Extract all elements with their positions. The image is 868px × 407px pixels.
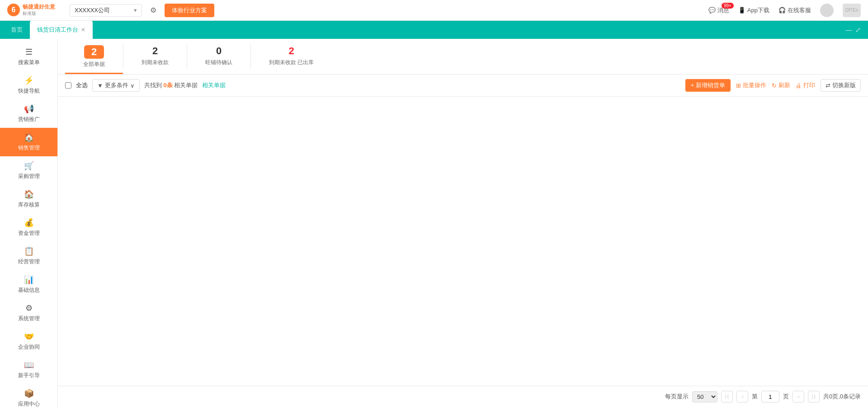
first-page-button[interactable]: ⟨⟨ xyxy=(721,391,733,402)
app-download-button[interactable]: 📱 App下载 xyxy=(738,6,769,14)
sidebar-label-sales: 销售管理 xyxy=(18,144,40,152)
batch-ops-button[interactable]: ⊞ 批量操作 xyxy=(736,81,766,89)
message-button[interactable]: 💬 消息 99+ xyxy=(708,6,729,14)
stat-tab-overdue[interactable]: 2 到期未收款 xyxy=(123,39,187,74)
page-text: 第 xyxy=(752,393,758,401)
sidebar-item-finance[interactable]: 💰 资金管理 xyxy=(0,213,57,242)
finance-icon: 💰 xyxy=(24,218,34,228)
sidebar-label-purchase: 采购管理 xyxy=(18,173,40,180)
sidebar-label-system: 系统管理 xyxy=(18,315,40,323)
enterprise-icon: 🤝 xyxy=(24,332,34,342)
tab-qianhuo-label: 钱货日清工作台 xyxy=(37,26,78,34)
print-label: 打印 xyxy=(803,81,815,89)
logo-area: 6 畅捷通好生意 标准版 xyxy=(7,4,65,16)
next-page-button[interactable]: ＞ xyxy=(793,391,804,402)
toolbar-left: 全选 ▼ 更多条件 ∨ 共找到 0条 相关单据 相关单据 xyxy=(65,79,226,92)
print-icon: 🖨 xyxy=(796,82,802,89)
add-sales-order-button[interactable]: + 新增销货单 xyxy=(685,79,731,92)
online-service-button[interactable]: 🎧 在线客服 xyxy=(778,6,811,14)
sidebar-item-system[interactable]: ⚙ 系统管理 xyxy=(0,299,57,327)
guide-icon: 📖 xyxy=(24,360,34,370)
sidebar-item-guide[interactable]: 📖 新手引导 xyxy=(0,356,57,384)
settings-button[interactable]: ⚙ xyxy=(146,4,160,17)
more-conditions-label: 更多条件 xyxy=(105,81,128,89)
phone-icon: 📱 xyxy=(738,7,745,14)
prev-page-button[interactable]: ＜ xyxy=(736,391,748,402)
sidebar-label-basics: 基础信息 xyxy=(18,286,40,294)
select-all-label: 全选 xyxy=(76,81,88,89)
purchase-icon: 🛒 xyxy=(24,161,34,171)
switch-icon: ⇄ xyxy=(826,82,830,89)
sidebar-item-sales[interactable]: 🏠 销售管理 xyxy=(0,128,57,156)
stat-tab-wangpu[interactable]: 0 旺铺待确认 xyxy=(187,39,250,74)
tab-qianhuo-close[interactable]: ✕ xyxy=(81,27,85,33)
sidebar-item-basics[interactable]: 📊 基础信息 xyxy=(0,270,57,299)
sidebar-item-search[interactable]: ☰ 搜索菜单 xyxy=(0,42,57,71)
quick-nav-icon: ⚡ xyxy=(24,75,34,85)
table-area xyxy=(58,97,868,386)
stat-tab-shipped[interactable]: 2 到期未收款 已出库 xyxy=(251,39,332,74)
top-bar: 6 畅捷通好生意 标准版 XXXXXX公司 ▾ ⚙ 体验行业方案 💬 消息 99… xyxy=(0,0,868,21)
sidebar-label-appstore: 应用中心 xyxy=(18,400,40,407)
page-text2: 页 xyxy=(783,393,789,401)
sidebar-item-appstore[interactable]: 📦 应用中心 xyxy=(0,384,57,407)
search-menu-icon: ☰ xyxy=(25,47,33,57)
refresh-label: 刷新 xyxy=(778,81,790,89)
message-icon: 💬 xyxy=(708,7,716,14)
sidebar-label-quicknav: 快捷导航 xyxy=(18,87,40,95)
minimize-icon[interactable]: — xyxy=(845,26,852,33)
batch-ops-label: 批量操作 xyxy=(743,81,766,89)
found-text: 共找到 0条 相关单据 xyxy=(144,81,198,89)
maximize-icon[interactable]: ⤢ xyxy=(855,26,861,33)
sidebar-label-guide: 新手引导 xyxy=(18,372,40,379)
chevron-down-icon: ▾ xyxy=(134,7,137,14)
company-selector[interactable]: XXXXXX公司 ▾ xyxy=(70,4,142,17)
sidebar: ☰ 搜索菜单 ⚡ 快捷导航 📢 营销推广 🏠 销售管理 🛒 采购管理 🏠 库存核… xyxy=(0,39,58,407)
online-service-label: 在线客服 xyxy=(788,6,811,14)
filter-icon: ▼ xyxy=(97,82,103,89)
tab-home[interactable]: 首页 xyxy=(4,21,30,39)
company-name: XXXXXX公司 xyxy=(75,6,110,14)
sidebar-item-purchase[interactable]: 🛒 采购管理 xyxy=(0,156,57,185)
stat-number-wangpu: 0 xyxy=(216,45,222,57)
toolbar: 全选 ▼ 更多条件 ∨ 共找到 0条 相关单据 相关单据 + 新增销货单 ⊞ 批… xyxy=(58,75,868,97)
batch-ops-icon: ⊞ xyxy=(736,82,741,89)
switch-new-label: 切换新版 xyxy=(832,81,856,89)
pagination: 每页显示 50 100 200 ⟨⟨ ＜ 第 页 ＞ ⟩⟩ 共0页,0条记录 xyxy=(58,386,868,407)
stat-tab-all[interactable]: 2 全部单据 xyxy=(65,39,123,74)
page-number-input[interactable] xyxy=(761,391,779,402)
window-controls: — ⤢ xyxy=(842,26,864,33)
stat-number-shipped: 2 xyxy=(289,45,294,57)
avatar[interactable] xyxy=(820,4,834,17)
sidebar-item-enterprise[interactable]: 🤝 企业协同 xyxy=(0,327,57,356)
print-button[interactable]: 🖨 打印 xyxy=(796,81,815,89)
related-docs-link[interactable]: 相关单据 xyxy=(202,81,226,89)
more-conditions-button[interactable]: ▼ 更多条件 ∨ xyxy=(92,79,140,92)
sidebar-item-operations[interactable]: 📋 经营管理 xyxy=(0,242,57,270)
sales-icon: 🏠 xyxy=(24,132,34,142)
chevron-down-filter-icon: ∨ xyxy=(130,82,135,89)
app-download-label: App下载 xyxy=(747,6,769,14)
stat-number-all: 2 xyxy=(84,45,104,59)
inventory-icon: 🏠 xyxy=(24,189,34,199)
logo-icon: 6 xyxy=(7,4,20,16)
sidebar-label-search: 搜索菜单 xyxy=(18,59,40,66)
tab-qianhuo[interactable]: 钱货日清工作台 ✕ xyxy=(30,21,93,39)
main-layout: ☰ 搜索菜单 ⚡ 快捷导航 📢 营销推广 🏠 销售管理 🛒 采购管理 🏠 库存核… xyxy=(0,39,868,407)
last-page-button[interactable]: ⟩⟩ xyxy=(808,391,820,402)
switch-new-button[interactable]: ⇄ 切换新版 xyxy=(821,79,861,92)
sidebar-item-inventory[interactable]: 🏠 库存核算 xyxy=(0,185,57,213)
select-all-checkbox[interactable] xyxy=(65,82,71,89)
system-icon: ⚙ xyxy=(25,303,33,313)
sidebar-label-inventory: 库存核算 xyxy=(18,201,40,209)
sidebar-item-quicknav[interactable]: ⚡ 快捷导航 xyxy=(0,71,57,99)
headset-icon: 🎧 xyxy=(778,7,786,14)
sidebar-label-marketing: 营销推广 xyxy=(18,116,40,123)
per-page-select[interactable]: 50 100 200 xyxy=(692,391,717,402)
refresh-button[interactable]: ↻ 刷新 xyxy=(772,81,790,89)
stat-number-overdue: 2 xyxy=(152,45,158,57)
sidebar-item-marketing[interactable]: 📢 营销推广 xyxy=(0,99,57,128)
experience-button[interactable]: 体验行业方案 xyxy=(165,4,214,17)
stat-label-overdue: 到期未收款 xyxy=(142,59,169,66)
found-count: 0条 xyxy=(164,82,173,89)
